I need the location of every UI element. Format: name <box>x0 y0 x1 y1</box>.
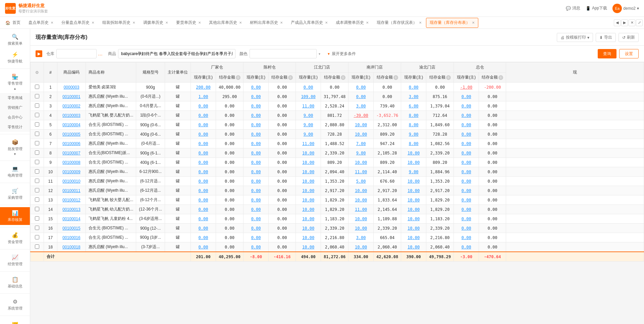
tab-other-out[interactable]: 其他出库单历史 ✕ <box>205 18 246 28</box>
export-btn[interactable]: ⬇ 导出 <box>596 33 616 42</box>
qty-link[interactable]: 0.00 <box>462 104 471 108</box>
info-icon[interactable]: ① <box>498 75 503 80</box>
qty-link[interactable]: 0.00 <box>251 151 261 155</box>
qty-link[interactable]: 0.00 <box>251 179 261 184</box>
qty-link[interactable]: 10.00 <box>355 160 367 165</box>
qty-link[interactable]: 0.00 <box>199 170 208 174</box>
qty-link[interactable]: 0.00 <box>251 123 261 127</box>
row-checkbox[interactable] <box>35 188 39 192</box>
row-checkbox[interactable] <box>35 85 39 89</box>
sidebar-item-collab[interactable]: 🤝 企业协同 <box>0 318 30 324</box>
qty-link[interactable]: 0.00 <box>356 94 366 99</box>
tab-sub-inventory[interactable]: 分量盘点单历史 ✕ <box>58 18 98 28</box>
qty-link[interactable]: 200.00 <box>196 85 210 90</box>
qty-link[interactable]: 10.00 <box>355 188 367 193</box>
refresh-btn[interactable]: ↺ 刷新 <box>619 33 639 42</box>
user-area[interactable]: Ea demo2 ▾ <box>612 4 639 13</box>
close-icon[interactable]: ✕ <box>198 21 201 25</box>
sidebar-item-search[interactable]: 🔍 搜索英单 <box>0 31 30 49</box>
code-link[interactable]: 00100006 <box>62 141 80 146</box>
qty-link[interactable]: 0.00 <box>462 94 471 99</box>
code-link[interactable]: 00100005 <box>62 132 80 137</box>
qty-link[interactable]: 0.00 <box>199 207 208 212</box>
row-checkbox[interactable] <box>35 216 39 221</box>
qty-link[interactable]: 0.00 <box>251 198 261 202</box>
qty-link[interactable]: 0.00 <box>251 160 261 165</box>
code-link[interactable]: 00100013 <box>62 207 80 212</box>
qty-link[interactable]: 9.00 <box>304 132 313 137</box>
qty-link[interactable]: 0.00 <box>462 123 471 127</box>
sidebar-item-finance[interactable]: 💰 资金管理 <box>0 229 30 247</box>
tab-material-out[interactable]: 材料出库单历史 ✕ <box>246 18 286 28</box>
row-checkbox[interactable] <box>35 103 39 108</box>
code-link[interactable]: 0000003 <box>64 85 79 90</box>
qty-link[interactable]: 3.00 <box>409 94 419 99</box>
tab-cost-adjust[interactable]: 成本调整单历史 ✕ <box>332 18 372 28</box>
cell-checkbox[interactable] <box>31 167 44 177</box>
cell-checkbox[interactable] <box>31 139 44 148</box>
code-link[interactable]: 00100009 <box>62 170 80 174</box>
qty-link[interactable]: -39.00 <box>354 113 368 118</box>
nav-expand-btn[interactable]: ⤢ <box>636 19 643 26</box>
cell-checkbox[interactable] <box>31 224 44 233</box>
cell-checkbox[interactable] <box>31 242 44 252</box>
qty-link[interactable]: 10.00 <box>302 245 314 249</box>
code-link[interactable]: 00100015 <box>62 226 80 231</box>
qty-link[interactable]: 7.00 <box>356 141 366 146</box>
sidebar-item-wholesale[interactable]: 📦 批发管理 ▼ <box>0 136 30 158</box>
info-icon[interactable]: ① <box>236 75 240 80</box>
qty-link[interactable]: 0.00 <box>199 198 208 202</box>
close-icon[interactable]: ✕ <box>366 21 369 25</box>
row-checkbox[interactable] <box>35 132 39 136</box>
qty-link[interactable]: 0.00 <box>462 217 471 221</box>
cell-checkbox[interactable] <box>31 186 44 195</box>
qty-link[interactable]: 0.00 <box>462 113 471 118</box>
sidebar-item-retail[interactable]: 🏪 零售管理 ▲ <box>0 71 30 93</box>
sidebar-item-system[interactable]: ⚙ 系统管理 <box>0 296 30 314</box>
cell-checkbox[interactable] <box>31 148 44 158</box>
qty-link[interactable]: 0.00 <box>199 217 208 221</box>
cell-checkbox[interactable] <box>31 233 44 242</box>
info-icon[interactable]: ① <box>393 75 398 80</box>
print-btn[interactable]: 🖨 按模板打印 ▾ <box>557 33 593 42</box>
cell-checkbox[interactable] <box>31 205 44 214</box>
qty-link[interactable]: 0.00 <box>199 226 208 231</box>
qty-link[interactable]: 8.00 <box>409 113 419 118</box>
qty-link[interactable]: 10.00 <box>355 245 367 249</box>
qty-link[interactable]: 10.00 <box>408 226 420 231</box>
info-icon[interactable]: ① <box>446 75 451 80</box>
goods-input[interactable] <box>118 49 235 58</box>
cell-checkbox[interactable] <box>31 120 44 130</box>
close-icon[interactable]: ✕ <box>165 21 168 25</box>
nav-prev-btn[interactable]: ◀ <box>614 19 621 26</box>
qty-link[interactable]: 0.00 <box>199 235 208 240</box>
qty-link[interactable]: 0.00 <box>356 85 366 90</box>
qty-link[interactable]: 10.00 <box>355 132 367 137</box>
cell-checkbox[interactable] <box>31 177 44 186</box>
sidebar-item-purchase[interactable]: 🛒 采购管理 <box>0 185 30 203</box>
message-btn[interactable]: 💬 消息 <box>566 5 580 11</box>
qty-link[interactable]: -1.00 <box>460 85 472 90</box>
sidebar-item-ops[interactable]: 📈 经营管理 <box>0 251 30 269</box>
qty-link[interactable]: 1.00 <box>199 94 208 99</box>
row-checkbox[interactable] <box>35 179 39 183</box>
code-link[interactable]: 00100004 <box>62 123 80 127</box>
qty-link[interactable]: 10.00 <box>408 235 420 240</box>
row-checkbox[interactable] <box>35 207 39 211</box>
row-checkbox[interactable] <box>35 226 39 230</box>
qty-link[interactable]: 0.00 <box>251 207 261 212</box>
query-btn[interactable]: 查询 <box>598 49 616 58</box>
tab-inventory-check[interactable]: 盘点单历史 ✕ <box>25 18 57 28</box>
qty-link[interactable]: 0.00 <box>251 94 261 99</box>
qty-link[interactable]: 0.00 <box>462 141 471 146</box>
qty-link[interactable]: 0.00 <box>199 123 208 127</box>
qty-link[interactable]: 0.00 <box>199 104 208 108</box>
qty-link[interactable]: 0.00 <box>462 245 471 249</box>
qty-link[interactable]: 10.00 <box>355 198 367 202</box>
qty-link[interactable]: 109.00 <box>301 94 315 99</box>
qty-link[interactable]: 0.00 <box>251 113 261 118</box>
qty-link[interactable]: 10.00 <box>408 217 420 221</box>
row-checkbox[interactable] <box>35 160 39 164</box>
qty-link[interactable]: 9.00 <box>409 132 419 137</box>
sidebar-sub-retail-stat[interactable]: 零售统计 <box>0 122 30 132</box>
